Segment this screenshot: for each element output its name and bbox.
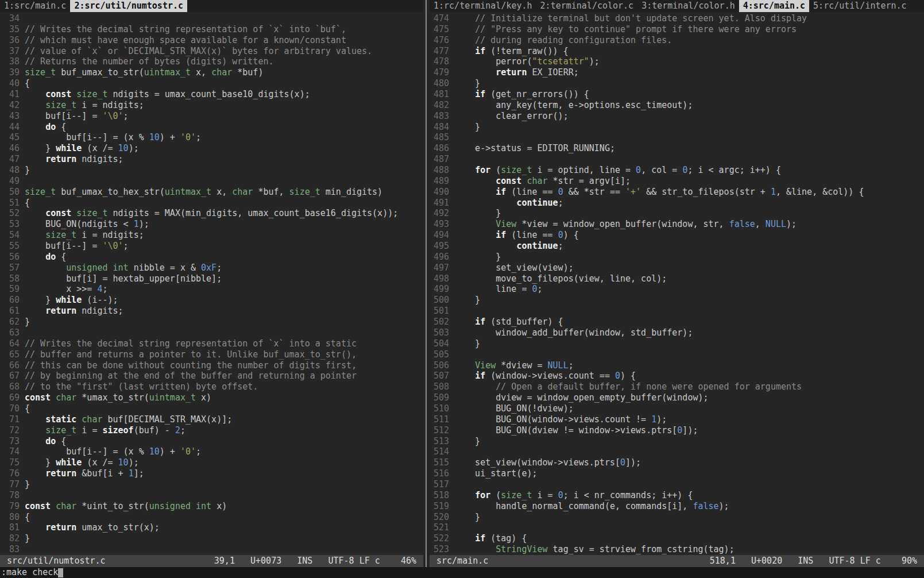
code-line[interactable]: 47 return ndigits;	[0, 154, 423, 165]
code-line[interactable]: 510 BUG_ON(!dview);	[430, 403, 924, 414]
code-line[interactable]: 44 do {	[0, 122, 423, 133]
code-line[interactable]: 493 View *view = window_open_buffer(wind…	[430, 219, 924, 230]
code-line[interactable]: 38// Returns the number of bytes (digits…	[0, 56, 423, 67]
editor-tab-active[interactable]: 4:src/main.c	[739, 0, 809, 12]
code-line[interactable]: 59 x >>= 4;	[0, 284, 423, 295]
code-line[interactable]: 77}	[0, 479, 423, 490]
code-line[interactable]: 507 if (window->views.count == 0) {	[430, 371, 924, 382]
code-line[interactable]: 475 // "Press any key to continue" promp…	[430, 24, 924, 35]
code-line[interactable]: 78	[0, 490, 423, 501]
code-line[interactable]: 71 static char buf[DECIMAL_STR_MAX(x)];	[0, 414, 423, 425]
code-line[interactable]: 34	[0, 13, 423, 24]
code-line[interactable]: 492 }	[430, 208, 924, 219]
code-line[interactable]: 50size_t buf_umax_to_hex_str(uintmax_t x…	[0, 187, 423, 198]
code-line[interactable]: 60 } while (i--);	[0, 295, 423, 306]
code-line[interactable]: 64// Writes the decimal string represent…	[0, 338, 423, 349]
code-line[interactable]: 519 handle_normal_command(e, commands[i]…	[430, 501, 924, 512]
code-line[interactable]: 480 }	[430, 78, 924, 89]
code-line[interactable]: 476 // during reading configuration file…	[430, 35, 924, 46]
editor-tab-active[interactable]: 2:src/util/numtostr.c	[70, 0, 187, 12]
code-line[interactable]: 496 }	[430, 252, 924, 263]
code-line[interactable]: 481 if (get_nr_errors()) {	[430, 89, 924, 100]
code-line[interactable]: 63	[0, 327, 423, 338]
code-line[interactable]: 53 BUG_ON(ndigits < 1);	[0, 219, 423, 230]
code-line[interactable]: 43 buf[i--] = '\0';	[0, 111, 423, 122]
code-line[interactable]: 486 e->status = EDITOR_RUNNING;	[430, 143, 924, 154]
code-line[interactable]: 35// Writes the decimal string represent…	[0, 24, 423, 35]
code-line[interactable]: 37// value of `x` or `DECIMAL_STR_MAX(x)…	[0, 46, 423, 57]
code-line[interactable]: 70{	[0, 403, 423, 414]
code-line[interactable]: 513 }	[430, 436, 924, 447]
code-line[interactable]: 39size_t buf_umax_to_str(uintmax_t x, ch…	[0, 67, 423, 78]
left-editor-pane[interactable]: 3435// Writes the decimal string represe…	[0, 12, 423, 555]
code-line[interactable]: 497 set_view(view);	[430, 263, 924, 273]
code-line[interactable]: 73 do {	[0, 436, 423, 447]
code-line[interactable]: 83	[0, 544, 423, 555]
code-line[interactable]: 484 }	[430, 122, 924, 133]
code-line[interactable]: 477 if (!term_raw()) {	[430, 46, 924, 57]
code-line[interactable]: 498 move_to_filepos(view, line, col);	[430, 273, 924, 284]
code-line[interactable]: 80{	[0, 512, 423, 523]
code-line[interactable]: 521	[430, 522, 924, 533]
code-line[interactable]: 488 for (size_t i = optind, line = 0, co…	[430, 165, 924, 176]
code-line[interactable]: 68// to the "first" (last written) byte …	[0, 382, 423, 392]
code-line[interactable]: 520 }	[430, 512, 924, 523]
code-line[interactable]: 81 return umax_to_str(x);	[0, 522, 423, 533]
editor-tab[interactable]: 2:terminal/color.c	[536, 0, 638, 12]
code-line[interactable]: 58 buf[i] = hextab_upper[nibble];	[0, 273, 423, 284]
code-line[interactable]: 55 buf[i--] = '\0';	[0, 241, 423, 252]
code-line[interactable]: 516 ui_start(e);	[430, 468, 924, 479]
code-line[interactable]: 515 set_view(window->views.ptrs[0]);	[430, 457, 924, 468]
code-line[interactable]: 67// by beginning at the end of the buff…	[0, 371, 423, 382]
code-line[interactable]: 505	[430, 349, 924, 360]
editor-tab[interactable]: 1:src/main.c	[0, 0, 70, 12]
code-line[interactable]: 51{	[0, 198, 423, 209]
code-line[interactable]: 65// buffer and returns a pointer to it.…	[0, 349, 423, 360]
code-line[interactable]: 482 any_key(term, e->options.esc_timeout…	[430, 100, 924, 111]
code-line[interactable]: 36// which must have enough space availa…	[0, 35, 423, 46]
code-line[interactable]: 504 }	[430, 338, 924, 349]
code-line[interactable]: 485	[430, 132, 924, 143]
code-line[interactable]: 508 // Open a default buffer, if none we…	[430, 382, 924, 392]
code-line[interactable]: 500 }	[430, 295, 924, 306]
code-line[interactable]: 57 unsigned int nibble = x & 0xF;	[0, 263, 423, 273]
code-line[interactable]: 61 return ndigits;	[0, 306, 423, 317]
code-line[interactable]: 66// this can be done without counting t…	[0, 360, 423, 371]
editor-tab[interactable]: 1:rc/terminal/key.h	[430, 0, 536, 12]
code-line[interactable]: 46 } while (x /= 10);	[0, 143, 423, 154]
code-line[interactable]: 62}	[0, 317, 423, 327]
code-line[interactable]: 522 if (tag) {	[430, 533, 924, 544]
code-line[interactable]: 489 const char *str = argv[i];	[430, 176, 924, 187]
code-line[interactable]: 514	[430, 446, 924, 457]
code-line[interactable]: 511 BUG_ON(window->views.count != 1);	[430, 414, 924, 425]
code-line[interactable]: 517	[430, 479, 924, 490]
code-line[interactable]: 42 size_t i = ndigits;	[0, 100, 423, 111]
command-line[interactable]: :make check	[0, 567, 924, 578]
code-line[interactable]: 69const char *umax_to_str(uintmax_t x)	[0, 392, 423, 403]
code-line[interactable]: 74 buf[i--] = (x % 10) + '0';	[0, 446, 423, 457]
code-line[interactable]: 491 continue;	[430, 198, 924, 209]
code-line[interactable]: 72 size_t i = sizeof(buf) - 2;	[0, 425, 423, 436]
code-line[interactable]: 45 buf[i--] = (x % 10) + '0';	[0, 132, 423, 143]
code-line[interactable]: 509 dview = window_open_empty_buffer(win…	[430, 392, 924, 403]
code-line[interactable]: 502 if (std_buffer) {	[430, 317, 924, 327]
code-line[interactable]: 501	[430, 306, 924, 317]
code-line[interactable]: 487	[430, 154, 924, 165]
code-line[interactable]: 490 if (line == 0 && *str == '+' && str_…	[430, 187, 924, 198]
code-line[interactable]: 52 const size_t ndigits = MAX(min_digits…	[0, 208, 423, 219]
code-line[interactable]: 56 do {	[0, 252, 423, 263]
code-line[interactable]: 40{	[0, 78, 423, 89]
code-line[interactable]: 499 line = 0;	[430, 284, 924, 295]
code-line[interactable]: 523 StringView tag_sv = strview_from_cst…	[430, 544, 924, 555]
code-line[interactable]: 82}	[0, 533, 423, 544]
code-line[interactable]: 49	[0, 176, 423, 187]
editor-tab[interactable]: 3:terminal/color.h	[637, 0, 739, 12]
right-editor-pane[interactable]: 474 // Initialize terminal but don't upd…	[430, 12, 924, 555]
code-line[interactable]: 75 } while (x /= 10);	[0, 457, 423, 468]
code-line[interactable]: 474 // Initialize terminal but don't upd…	[430, 13, 924, 24]
code-line[interactable]: 478 perror("tcsetattr");	[430, 56, 924, 67]
code-line[interactable]: 41 const size_t ndigits = umax_count_bas…	[0, 89, 423, 100]
code-line[interactable]: 54 size_t i = ndigits;	[0, 230, 423, 241]
code-line[interactable]: 503 window_add_buffer(window, std_buffer…	[430, 327, 924, 338]
code-line[interactable]: 495 continue;	[430, 241, 924, 252]
